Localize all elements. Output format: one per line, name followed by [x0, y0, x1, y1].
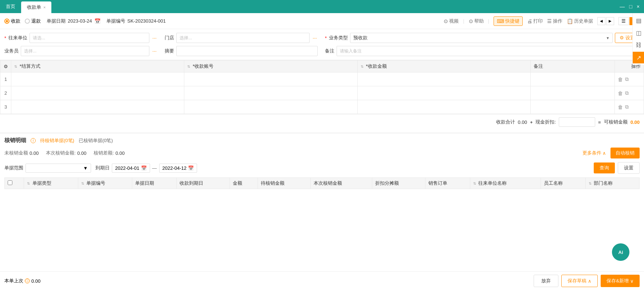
- col-amount-header: ⇅ *收款金额: [357, 60, 530, 72]
- counterpart-field: * 往来单位 请选... ···: [4, 33, 157, 43]
- select-all-checkbox[interactable]: [8, 180, 12, 185]
- sidebar-expand-icon[interactable]: ↗: [633, 52, 644, 63]
- auto-verify-button[interactable]: 自动核销: [610, 148, 640, 158]
- store-input[interactable]: 选择...: [176, 33, 310, 43]
- sort-icon: ⇅: [14, 64, 17, 68]
- tab-home[interactable]: 首页: [0, 0, 21, 13]
- window-controls: — □ ×: [620, 0, 644, 13]
- help-label: 帮助: [474, 18, 484, 24]
- video-label: 视频: [449, 18, 459, 24]
- diff-stat: 核销差额: 0.00: [94, 150, 125, 156]
- order-info-icon[interactable]: ⓘ: [25, 278, 30, 283]
- staff-input[interactable]: 选择...: [21, 46, 149, 56]
- row-num-3: 3: [0, 100, 11, 114]
- list-view-btn[interactable]: ☰: [619, 17, 629, 25]
- col-account-header: ⇅ *收款账号: [184, 60, 357, 72]
- tab-close-icon[interactable]: ×: [43, 5, 46, 9]
- remark-placeholder: 请输入备注: [340, 48, 362, 54]
- query-button[interactable]: 查询: [594, 162, 615, 173]
- date-to-input[interactable]: 2022-04-12 📅: [159, 164, 197, 173]
- sidebar-table-icon[interactable]: ▤: [633, 15, 644, 26]
- gear-icon: ⚙: [4, 64, 8, 69]
- verify-pending-tab[interactable]: 待核销单据(0笔): [40, 137, 74, 144]
- store-label: 门店: [165, 35, 174, 41]
- row-1-amount[interactable]: [357, 72, 530, 86]
- print-action[interactable]: 🖨 打印: [527, 18, 543, 24]
- row-1-account[interactable]: [184, 72, 357, 86]
- calendar-to-icon: 📅: [188, 165, 194, 171]
- save-draft-button[interactable]: 保存草稿 ∧: [561, 275, 598, 287]
- receipt-table-wrapper: ⚙ ⇅ *结算方式 ⇅ *收款账号 ⇅ *收款金额: [0, 60, 644, 114]
- remark-input[interactable]: 请输入备注: [337, 46, 640, 56]
- shortcut-action[interactable]: ⌨ 快捷键: [494, 16, 523, 26]
- nav-next[interactable]: ▶: [606, 17, 614, 25]
- save-new-button[interactable]: 保存&新增 ∨: [601, 275, 640, 287]
- receipt-table: ⚙ ⇅ *结算方式 ⇅ *收款账号 ⇅ *收款金额: [0, 60, 644, 114]
- row-1-remark[interactable]: [531, 72, 615, 86]
- store-more-btn[interactable]: ···: [312, 35, 318, 41]
- verify-header: 核销明细 i 待核销单据(0笔) 已核销单据(0笔): [4, 137, 640, 144]
- help-action[interactable]: ⊙ 帮助: [469, 18, 484, 24]
- summary-input[interactable]: [176, 46, 318, 56]
- radio-receive[interactable]: 收款: [4, 18, 20, 24]
- discard-button[interactable]: 放弃: [534, 275, 558, 287]
- counterpart-label: 往来单位: [8, 35, 27, 41]
- verify-section: 核销明细 i 待核销单据(0笔) 已核销单据(0笔) 未核销金额 0.00 本次…: [0, 133, 644, 271]
- row-3-account[interactable]: [184, 100, 357, 114]
- row-2-remark[interactable]: [531, 86, 615, 100]
- receipts-tab-label: 收款单: [27, 4, 41, 11]
- receipt-table-section: ⚙ ⇅ *结算方式 ⇅ *收款账号 ⇅ *收款金额: [0, 60, 644, 130]
- tab-receipts[interactable]: 收款单 ×: [21, 1, 51, 13]
- verify-info-icon[interactable]: i: [31, 138, 36, 143]
- sidebar-link-icon[interactable]: ⛓: [633, 39, 644, 51]
- row-2-copy-icon[interactable]: ⧉: [625, 90, 629, 96]
- due-date-filter: 到期日 2022-04-01 📅 — 2022-04-12 📅: [95, 164, 197, 173]
- current-verify-stat: 本次核销金额: 0.00: [46, 150, 86, 156]
- discount-input[interactable]: [559, 117, 595, 127]
- business-type-value: 预收款: [353, 35, 368, 41]
- table-gear-header[interactable]: ⚙: [0, 60, 11, 72]
- nav-prev[interactable]: ◀: [597, 17, 605, 25]
- radio-return[interactable]: 退款: [25, 18, 41, 24]
- number-value[interactable]: SK-20230324-001: [127, 18, 166, 24]
- range-select[interactable]: ▼: [25, 164, 91, 173]
- date-from-input[interactable]: 2022-04-01 📅: [112, 164, 150, 173]
- verify-done-tab[interactable]: 已核销单据(0笔): [79, 137, 113, 144]
- date-value[interactable]: 2023-03-24: [68, 18, 92, 24]
- row-3-remark[interactable]: [531, 100, 615, 114]
- row-2-amount[interactable]: [357, 86, 530, 100]
- row-1-copy-icon[interactable]: ⧉: [625, 76, 629, 82]
- calendar-icon[interactable]: 📅: [94, 18, 101, 24]
- video-action[interactable]: ⊙ 视频: [444, 18, 459, 24]
- print-icon: 🖨: [527, 18, 532, 24]
- row-2-account[interactable]: [184, 86, 357, 100]
- total-value: 0.00: [518, 119, 527, 125]
- maximize-button[interactable]: □: [629, 4, 632, 9]
- ai-assistant-button[interactable]: Ai: [612, 243, 629, 261]
- staff-more-btn[interactable]: ···: [152, 48, 157, 54]
- summary-row: 收款合计 0.00 + 现金折扣: = 可核销金额 0.00: [0, 114, 644, 130]
- row-2-settlement[interactable]: [11, 86, 184, 100]
- filter-settings-button[interactable]: 设置: [618, 162, 640, 174]
- operation-action[interactable]: ☰ 操作: [547, 18, 562, 24]
- sidebar-layout-icon[interactable]: ◫: [633, 27, 644, 39]
- date-from-value: 2022-04-01: [115, 165, 140, 171]
- minimize-button[interactable]: —: [620, 4, 625, 9]
- row-3-delete-icon[interactable]: 🗑: [618, 104, 623, 110]
- row-1-delete-icon[interactable]: 🗑: [618, 77, 623, 82]
- counterpart-input[interactable]: 请选...: [30, 33, 149, 43]
- counterpart-required: *: [4, 35, 6, 41]
- save-draft-label: 保存草稿: [568, 278, 586, 284]
- counterpart-more-btn[interactable]: ···: [152, 35, 157, 41]
- row-3-copy-icon[interactable]: ⧉: [625, 104, 629, 110]
- row-3-amount[interactable]: [357, 100, 530, 114]
- history-action[interactable]: 📋 历史单据: [567, 18, 593, 24]
- help-icon: ⊙: [469, 18, 473, 24]
- more-conditions-btn[interactable]: 更多条件 ∧: [582, 150, 606, 156]
- row-3-settlement[interactable]: [11, 100, 184, 114]
- business-type-select[interactable]: 预收款 ▼: [350, 33, 613, 43]
- row-1-settlement[interactable]: [11, 72, 184, 86]
- row-2-delete-icon[interactable]: 🗑: [618, 90, 623, 96]
- receipt-type-radio: 收款 退款: [4, 18, 41, 24]
- close-button[interactable]: ×: [637, 4, 640, 9]
